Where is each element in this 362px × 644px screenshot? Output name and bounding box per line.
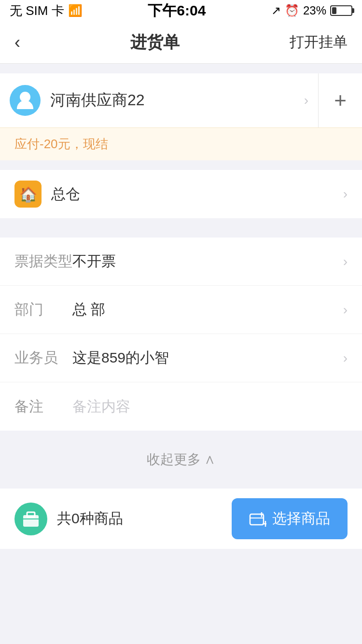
collapse-label: 收起更多 ∧ — [147, 450, 216, 469]
supplier-avatar — [10, 85, 41, 116]
battery-icon — [330, 5, 352, 16]
warehouse-chevron-icon: › — [343, 186, 348, 202]
ticket-type-row[interactable]: 票据类型 不开票 › — [0, 238, 362, 286]
product-icon — [21, 509, 41, 529]
remark-label: 备注 — [14, 397, 72, 417]
department-chevron-icon: › — [343, 302, 348, 318]
alarm-icon: ⏰ — [285, 4, 299, 17]
product-count-label: 共0种商品 — [57, 509, 232, 529]
status-right: ↗ ⏰ 23% — [271, 4, 352, 17]
nav-bar: ‹ 进货单 打开挂单 — [0, 21, 362, 64]
supplier-name: 河南供应商22 — [50, 90, 299, 111]
salesperson-label: 业务员 — [14, 348, 72, 368]
select-product-button[interactable]: 选择商品 — [232, 498, 348, 539]
chevron-right-icon: › — [304, 93, 308, 108]
salesperson-chevron-icon: › — [343, 350, 348, 366]
person-icon — [16, 92, 34, 109]
status-time: 下午6:04 — [148, 1, 206, 21]
open-pending-button[interactable]: 打开挂单 — [290, 32, 348, 52]
department-label: 部门 — [14, 300, 72, 320]
section-gap-2 — [0, 160, 362, 170]
ticket-type-chevron-icon: › — [343, 254, 348, 269]
warehouse-row[interactable]: 🏠 总仓 › — [0, 170, 362, 218]
product-icon-wrap — [14, 503, 47, 535]
warehouse-icon: 🏠 — [19, 186, 37, 203]
carrier-label: 无 SIM 卡 — [10, 2, 64, 19]
battery-label: 23% — [303, 4, 326, 17]
supplier-add-button[interactable]: + — [319, 73, 362, 127]
status-bar: 无 SIM 卡 📶 下午6:04 ↗ ⏰ 23% — [0, 0, 362, 21]
notice-text: 应付-20元，现结 — [14, 137, 108, 151]
section-gap-3 — [0, 218, 362, 228]
back-button[interactable]: ‹ — [14, 32, 20, 53]
supplier-select-button[interactable]: 河南供应商22 › — [0, 73, 319, 127]
remark-placeholder: 备注内容 — [72, 397, 348, 417]
notice-bar: 应付-20元，现结 — [0, 127, 362, 160]
ticket-type-label: 票据类型 — [14, 252, 72, 271]
location-icon: ↗ — [271, 4, 281, 17]
bottom-bar: 共0种商品 选择商品 — [0, 489, 362, 549]
remark-row[interactable]: 备注 备注内容 — [0, 382, 362, 431]
wifi-icon: 📶 — [68, 4, 83, 17]
supplier-section: 河南供应商22 › + — [0, 73, 362, 127]
select-product-icon — [249, 510, 266, 528]
select-product-label: 选择商品 — [272, 509, 330, 529]
page-title: 进货单 — [130, 31, 180, 54]
collapse-button[interactable]: 收起更多 ∧ — [0, 440, 362, 479]
ticket-type-value: 不开票 — [72, 252, 338, 271]
form-section: 票据类型 不开票 › 部门 总 部 › 业务员 这是859的小智 › 备注 备注… — [0, 238, 362, 431]
svg-rect-1 — [27, 512, 35, 517]
salesperson-row[interactable]: 业务员 这是859的小智 › — [0, 334, 362, 382]
status-left: 无 SIM 卡 📶 — [10, 2, 83, 19]
department-row[interactable]: 部门 总 部 › — [0, 286, 362, 334]
department-value: 总 部 — [72, 300, 338, 320]
section-gap-1 — [0, 64, 362, 73]
warehouse-icon-wrap: 🏠 — [14, 181, 42, 208]
salesperson-value: 这是859的小智 — [72, 348, 338, 368]
warehouse-name: 总仓 — [51, 184, 338, 204]
